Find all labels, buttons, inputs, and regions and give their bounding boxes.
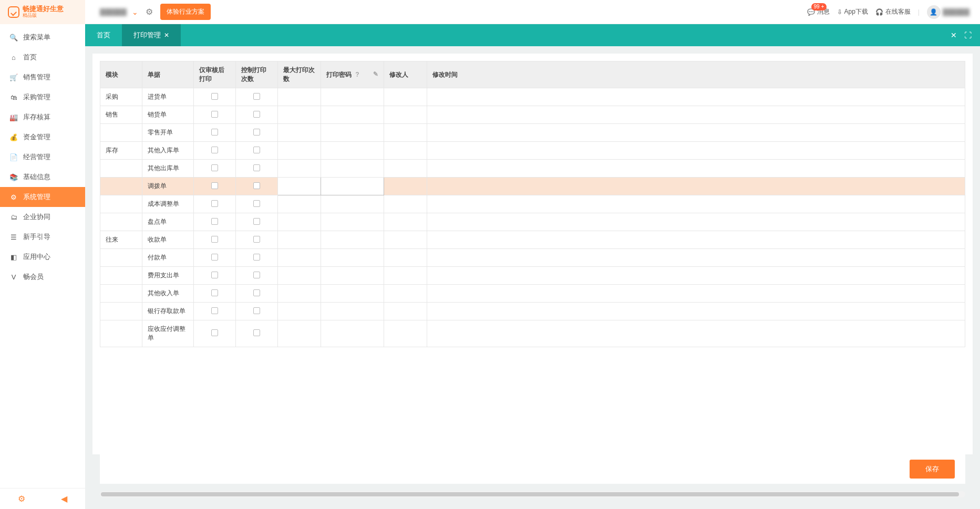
checkbox[interactable] <box>253 307 260 314</box>
checkbox[interactable] <box>253 329 260 336</box>
table-row: 库存其他入库单 <box>100 142 965 160</box>
sidebar-item-home[interactable]: ⌂首页 <box>0 47 85 67</box>
sidebar-collapse-button[interactable]: ◀ <box>43 489 85 509</box>
checkbox[interactable] <box>211 164 218 171</box>
cell-module: 库存 <box>100 142 142 160</box>
checkbox[interactable] <box>211 307 218 314</box>
sidebar-item-sales[interactable]: 🛒销售管理 <box>0 67 85 87</box>
cell-control-count <box>236 160 278 178</box>
sidebar-item-inventory[interactable]: 🏭库存核算 <box>0 107 85 127</box>
table-row: 其他出库单 <box>100 160 965 178</box>
sidebar-item-operation[interactable]: 📄经营管理 <box>0 147 85 167</box>
sidebar-item-basic-info[interactable]: 📚基础信息 <box>0 167 85 187</box>
checkbox[interactable] <box>211 254 218 261</box>
checkbox[interactable] <box>211 182 218 189</box>
checkbox[interactable] <box>211 129 218 136</box>
checkbox[interactable] <box>211 236 218 243</box>
checkbox[interactable] <box>211 272 218 278</box>
basic-info-icon: 📚 <box>9 173 18 181</box>
download-icon: ⇩ <box>837 8 842 16</box>
th-print-password-label: 打印密码 <box>326 71 352 78</box>
tab-首页[interactable]: 首页 <box>85 24 122 46</box>
app-download-button[interactable]: ⇩ App下载 <box>837 7 868 16</box>
checkbox[interactable] <box>253 182 260 189</box>
checkbox[interactable] <box>211 218 218 225</box>
checkbox[interactable] <box>211 200 218 207</box>
cell-module <box>100 320 142 347</box>
cell-document: 进货单 <box>142 88 194 106</box>
messages-button[interactable]: 💬 99 + 消息 <box>807 7 830 16</box>
industry-plan-button[interactable]: 体验行业方案 <box>160 4 211 20</box>
cell-module: 销售 <box>100 106 142 124</box>
checkbox[interactable] <box>253 236 260 243</box>
sidebar-item-label: 销售管理 <box>23 72 50 82</box>
tab-close-all-icon[interactable]: ✕ <box>951 31 957 39</box>
edit-icon[interactable]: ✎ <box>373 70 378 78</box>
cell-document: 应收应付调整单 <box>142 320 194 347</box>
cell-print-password <box>321 160 384 178</box>
collapse-icon: ◀ <box>61 494 67 504</box>
cell-control-count <box>236 285 278 303</box>
chevron-down-icon: ⌄ <box>132 8 138 16</box>
close-icon[interactable]: ✕ <box>164 32 169 39</box>
sidebar-item-app-center[interactable]: ◧应用中心 <box>0 247 85 267</box>
save-button[interactable]: 保存 <box>910 460 955 479</box>
checkbox[interactable] <box>211 329 218 336</box>
sidebar-item-purchase[interactable]: 🛍采购管理 <box>0 87 85 107</box>
cell-modify-time <box>427 178 965 195</box>
cell-max-count[interactable] <box>278 178 321 195</box>
sidebar-item-search-menu[interactable]: 🔍搜索菜单 <box>0 27 85 47</box>
cell-audit-print <box>194 160 236 178</box>
sidebar-item-collab[interactable]: 🗂企业协同 <box>0 207 85 227</box>
sidebar-item-guide[interactable]: ☰新手引导 <box>0 227 85 247</box>
user-menu[interactable]: 👤 ██████ <box>927 5 969 19</box>
checkbox[interactable] <box>253 200 260 207</box>
cell-modify-time <box>427 303 965 320</box>
th-control-count: 控制打印次数 <box>236 61 278 88</box>
checkbox[interactable] <box>253 218 260 225</box>
gear-icon[interactable]: ⚙ <box>146 7 153 17</box>
cell-modifier <box>384 249 427 267</box>
checkbox[interactable] <box>253 272 260 278</box>
sidebar-item-system[interactable]: ⚙系统管理 <box>0 187 85 207</box>
online-service-button[interactable]: 🎧 在线客服 <box>875 7 911 16</box>
cell-print-password <box>321 142 384 160</box>
cell-control-count <box>236 142 278 160</box>
cell-audit-print <box>194 320 236 347</box>
checkbox[interactable] <box>211 93 218 100</box>
checkbox[interactable] <box>211 147 218 153</box>
th-audit-print: 仅审核后打印 <box>194 61 236 88</box>
org-selector[interactable]: ██████ ⌄ <box>96 6 142 18</box>
cell-module <box>100 213 142 231</box>
checkbox[interactable] <box>211 111 218 118</box>
checkbox[interactable] <box>253 147 260 153</box>
sidebar-item-member[interactable]: V畅会员 <box>0 267 85 287</box>
operation-icon: 📄 <box>9 153 18 161</box>
cell-print-password <box>321 285 384 303</box>
cell-print-password <box>321 303 384 320</box>
checkbox[interactable] <box>253 289 260 296</box>
checkbox[interactable] <box>253 93 260 100</box>
checkbox[interactable] <box>253 254 260 261</box>
checkbox[interactable] <box>253 111 260 118</box>
sidebar-item-label: 基础信息 <box>23 172 50 182</box>
sidebar-item-label: 应用中心 <box>23 252 50 262</box>
sidebar-settings-button[interactable]: ⚙ <box>0 489 43 509</box>
horizontal-scrollbar[interactable] <box>100 491 965 497</box>
guide-icon: ☰ <box>9 233 18 241</box>
cell-module <box>100 249 142 267</box>
cell-document: 销货单 <box>142 106 194 124</box>
sidebar-item-label: 采购管理 <box>23 92 50 102</box>
cell-print-password[interactable] <box>321 178 384 195</box>
sidebar-item-funds[interactable]: 💰资金管理 <box>0 127 85 147</box>
checkbox[interactable] <box>253 164 260 171</box>
tab-打印管理[interactable]: 打印管理✕ <box>122 24 181 46</box>
cell-module <box>100 195 142 213</box>
checkbox[interactable] <box>211 289 218 296</box>
fullscreen-icon[interactable]: ⛶ <box>964 31 972 39</box>
cell-print-password <box>321 320 384 347</box>
cell-modify-time <box>427 88 965 106</box>
app-center-icon: ◧ <box>9 253 18 261</box>
checkbox[interactable] <box>253 129 260 136</box>
help-icon[interactable]: ? <box>355 71 359 78</box>
